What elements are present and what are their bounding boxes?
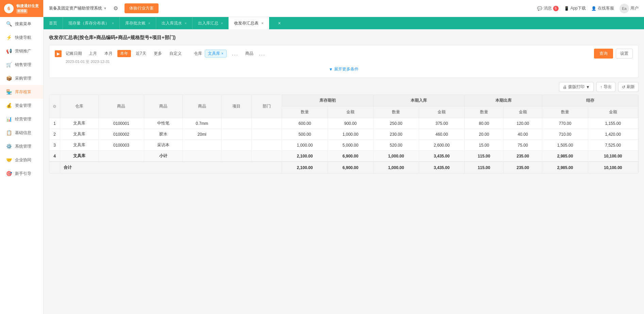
out-qty-link-2[interactable]: 15.00 <box>479 143 489 148</box>
row-warehouse-2: 文具库 <box>60 140 99 151</box>
row-ba-2: 7,525.00 <box>588 140 638 151</box>
row-iq-3: 1,000.00 <box>373 151 419 162</box>
sidebar-label-quick-nav: 快捷导航 <box>15 35 31 40</box>
goods-dots[interactable]: ... <box>256 51 268 57</box>
out-qty-link-3[interactable]: 115.00 <box>478 154 490 159</box>
date-option-上月[interactable]: 上月 <box>86 50 100 57</box>
out-qty-link-1[interactable]: 20.00 <box>479 132 489 137</box>
tab-item-1[interactable]: 现存量（库存分布表）× <box>63 17 120 29</box>
warehouse-dots[interactable]: ... <box>229 51 241 57</box>
sidebar-item-marketing[interactable]: 📢 营销推广 <box>0 44 43 58</box>
settings-button[interactable]: ⚙ <box>111 4 120 13</box>
message-label: 消息 <box>544 5 552 11</box>
row-sq-0: 600.00 <box>282 118 328 129</box>
footer-oq: 115.00 <box>464 162 503 173</box>
row-bq-3: 2,985.00 <box>542 151 588 162</box>
try-industry-button[interactable]: 体验行业方案 <box>125 3 159 13</box>
row-sa-2: 5,000.00 <box>328 140 373 151</box>
sidebar-icon-quick-nav: ⚡ <box>5 34 12 41</box>
row-project-2 <box>221 140 252 151</box>
tab-close-3[interactable]: × <box>185 21 187 25</box>
tab-item-0[interactable]: 首页 <box>44 17 63 29</box>
sidebar-item-basic-info[interactable]: 📋 基础信息 <box>0 126 43 139</box>
row-sq-1: 500.00 <box>282 129 328 140</box>
row-bq-0: 770.00 <box>542 118 588 129</box>
sidebar-item-sales[interactable]: 🛒 销售管理 <box>0 58 43 71</box>
row-ia-3: 3,435.00 <box>419 151 464 162</box>
refresh-button[interactable]: ↺ 刷新 <box>618 82 639 92</box>
sidebar-item-purchase[interactable]: 📦 采购管理 <box>0 71 43 85</box>
row-project-1 <box>221 129 252 140</box>
sidebar-item-quick-nav[interactable]: ⚡ 快捷导航 <box>0 31 43 44</box>
filter-actions: 查询 设置 <box>594 49 633 59</box>
sidebar-item-operations[interactable]: 📊 经营管理 <box>0 112 43 126</box>
row-sa-3: 6,900.00 <box>328 151 373 162</box>
row-no-0: 1 <box>49 118 60 129</box>
tab-close-1[interactable]: × <box>112 21 114 25</box>
tab-item-2[interactable]: 库存批次账× <box>120 17 156 29</box>
date-option-自定义[interactable]: 自定义 <box>167 50 184 57</box>
sidebar-item-guide[interactable]: 🎯 新手引导 <box>0 167 43 180</box>
sidebar-item-inventory[interactable]: 🏪 库存核算 <box>0 85 43 99</box>
sidebar-item-finance[interactable]: 💰 资金管理 <box>0 99 43 112</box>
filter-toggle-button[interactable]: ▶ <box>55 50 62 57</box>
in-qty-link-0[interactable]: 250.00 <box>390 121 402 126</box>
tab-close-4[interactable]: × <box>221 21 223 25</box>
warehouse-tag-close[interactable]: × <box>221 52 224 55</box>
row-dept-0 <box>252 118 282 129</box>
tab-close-5[interactable]: × <box>261 21 263 25</box>
in-qty-link-2[interactable]: 520.00 <box>390 143 402 148</box>
online-service-button[interactable]: 👤 在线客服 <box>591 5 614 11</box>
in-qty-link-3[interactable]: 1,000.00 <box>388 154 404 159</box>
date-option-本月[interactable]: 本月 <box>102 50 115 57</box>
sidebar-item-search[interactable]: 🔍 搜索菜单 <box>0 17 43 31</box>
row-name-1: 胶水 <box>144 129 183 140</box>
sidebar-label-sales: 销售管理 <box>15 62 31 68</box>
tab-label-3: 出入库流水 <box>162 20 182 26</box>
user-menu[interactable]: Ea 用户 <box>620 4 639 13</box>
col-goods-code-header: 商品 <box>98 95 144 118</box>
in-qty-link-1[interactable]: 230.00 <box>390 132 402 137</box>
tab-close-2[interactable]: × <box>148 21 150 25</box>
tab-item-3[interactable]: 出入库流水× <box>156 17 193 29</box>
row-name-2: 采访本 <box>144 140 183 151</box>
header-left: 装备及固定资产辅助管理系统 ▼ ⚙ 体验行业方案 <box>49 3 159 13</box>
row-name-0: 中性笔 <box>144 118 183 129</box>
tab-bar-close[interactable]: × <box>275 20 284 26</box>
footer-bq: 2,985.00 <box>542 162 588 173</box>
sidebar-icon-inventory: 🏪 <box>5 88 12 95</box>
sidebar-icon-sales: 🛒 <box>5 61 12 68</box>
query-button[interactable]: 查询 <box>594 49 613 59</box>
sidebar-item-enterprise[interactable]: 🤝 企业协同 <box>0 153 43 167</box>
date-option-更多[interactable]: 更多 <box>151 50 165 57</box>
warehouse-tag[interactable]: 文具库 × <box>205 50 227 57</box>
row-iq-2: 520.00 <box>373 140 419 151</box>
footer-iq: 1,000.00 <box>373 162 419 173</box>
out-qty-link-0[interactable]: 80.00 <box>479 121 489 126</box>
sidebar-item-system[interactable]: ⚙️ 系统管理 <box>0 139 43 153</box>
col-out-amt: 金额 <box>503 106 542 118</box>
warehouse-filter-label: 仓库 <box>194 51 202 56</box>
date-option-本年[interactable]: 本年 <box>117 50 131 57</box>
filter-row-1: ▶ 记账日期 上月本月本年近7天更多自定义 仓库 文具库 × ... 商品 ..… <box>55 49 633 59</box>
print-button[interactable]: 🖨 拨版打印 ▼ <box>559 82 594 92</box>
export-button[interactable]: ↑ 导出 <box>596 82 615 92</box>
warehouse-filter: 仓库 文具库 × ... <box>194 50 241 57</box>
tab-item-4[interactable]: 出入库汇总× <box>193 17 229 29</box>
sidebar-icon-guide: 🎯 <box>5 170 12 177</box>
row-spec-3 <box>182 151 221 162</box>
table-row: 1 文具库 0100001 中性笔 0.7mm 600.00 900.00 25… <box>49 118 638 129</box>
logo-icon: 6 <box>4 4 14 13</box>
tab-item-5[interactable]: 收发存汇总表× <box>229 17 269 29</box>
date-option-近7天[interactable]: 近7天 <box>133 50 149 57</box>
expand-button[interactable]: ▼ 展开更多条件 <box>329 66 359 72</box>
row-dept-1 <box>252 129 282 140</box>
refresh-icon: ↺ <box>622 85 625 89</box>
footer-empty-1 <box>49 162 60 173</box>
message-button[interactable]: 💬 消息 6 <box>537 5 559 11</box>
print-icon: 🖨 <box>563 85 567 89</box>
app-title[interactable]: 装备及固定资产辅助管理系统 ▼ <box>49 5 107 11</box>
table-settings-icon[interactable]: ⚙ <box>53 104 56 109</box>
filter-settings-button[interactable]: 设置 <box>616 49 633 59</box>
app-download-button[interactable]: 📱 App下载 <box>564 5 586 11</box>
